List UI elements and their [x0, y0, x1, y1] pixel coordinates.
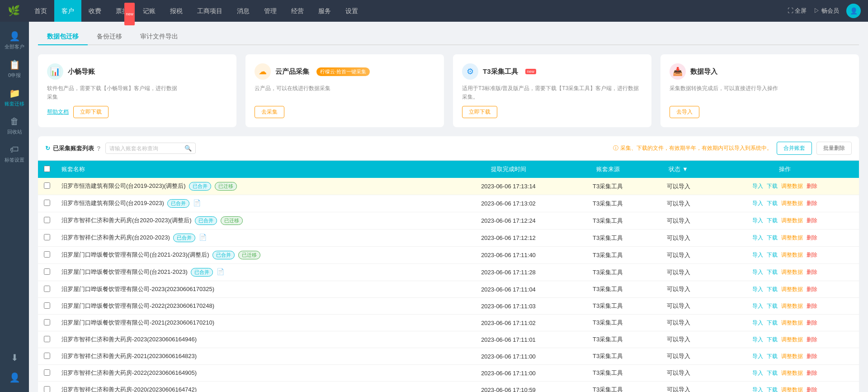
file-icon[interactable]: 📄: [193, 199, 201, 206]
row-checkbox[interactable]: [44, 336, 50, 342]
file-icon[interactable]: 📄: [199, 234, 207, 241]
sidebar-item-all-customers[interactable]: 👤 全部客户: [0, 26, 29, 55]
user-avatar[interactable]: 👤: [846, 4, 861, 18]
nav-bookkeeping[interactable]: 记账: [136, 0, 163, 22]
select-all-checkbox[interactable]: [44, 166, 50, 172]
action-下载[interactable]: 下载: [767, 320, 778, 326]
card-t3-download-btn[interactable]: 立即下载: [462, 106, 497, 118]
nav-customer[interactable]: 客户: [54, 0, 81, 22]
action-删除[interactable]: 删除: [807, 370, 817, 376]
batch-delete-btn[interactable]: 批量删除: [816, 142, 852, 155]
nav-operation[interactable]: 经营: [284, 0, 311, 22]
action-下载[interactable]: 下载: [767, 303, 778, 309]
card-xiaochang-help-link[interactable]: 帮助文档: [47, 108, 69, 116]
action-调整数据[interactable]: 调整数据: [781, 370, 803, 376]
action-导入[interactable]: 导入: [752, 269, 763, 275]
row-checkbox[interactable]: [44, 319, 50, 325]
nav-manage[interactable]: 管理: [257, 0, 284, 22]
action-下载[interactable]: 下载: [767, 286, 778, 292]
nav-home[interactable]: 首页: [27, 0, 54, 22]
action-导入[interactable]: 导入: [752, 387, 763, 392]
action-删除[interactable]: 删除: [807, 200, 817, 206]
action-调整数据[interactable]: 调整数据: [781, 387, 803, 392]
action-删除[interactable]: 删除: [807, 183, 817, 189]
merge-accounts-btn[interactable]: 合并账套: [777, 142, 812, 155]
nav-message[interactable]: 消息: [230, 0, 257, 22]
action-调整数据[interactable]: 调整数据: [781, 217, 803, 224]
row-checkbox[interactable]: [44, 268, 50, 275]
action-调整数据[interactable]: 调整数据: [781, 234, 803, 241]
action-调整数据[interactable]: 调整数据: [781, 286, 803, 292]
sidebar-item-download[interactable]: ⬇: [0, 348, 29, 368]
vip-btn[interactable]: ▷ 畅会员: [814, 7, 839, 15]
action-删除[interactable]: 删除: [807, 234, 817, 241]
sidebar-item-user[interactable]: 👤: [0, 368, 29, 387]
action-调整数据[interactable]: 调整数据: [781, 269, 803, 275]
row-checkbox[interactable]: [44, 302, 50, 309]
action-删除[interactable]: 删除: [807, 387, 817, 392]
card-xiaochang-download-btn[interactable]: 立即下载: [73, 106, 108, 118]
action-导入[interactable]: 导入: [752, 353, 763, 359]
row-checkbox[interactable]: [44, 369, 50, 376]
action-下载[interactable]: 下载: [767, 200, 778, 206]
row-checkbox[interactable]: [44, 200, 50, 206]
action-导入[interactable]: 导入: [752, 370, 763, 376]
nav-business[interactable]: 工商项目: [190, 0, 230, 22]
nav-invoice[interactable]: 票据new: [108, 0, 136, 22]
action-下载[interactable]: 下载: [767, 217, 778, 224]
action-删除[interactable]: 删除: [807, 320, 817, 326]
action-调整数据[interactable]: 调整数据: [781, 252, 803, 258]
card-import-go-btn[interactable]: 去导入: [670, 106, 699, 118]
action-下载[interactable]: 下载: [767, 234, 778, 241]
tab-data-package[interactable]: 数据包迁移: [38, 29, 88, 45]
row-checkbox[interactable]: [44, 234, 50, 240]
sidebar-item-tag-settings[interactable]: 🏷 标签设置: [0, 140, 29, 168]
action-导入[interactable]: 导入: [752, 286, 763, 292]
fullscreen-btn[interactable]: ⛶ 全屏: [788, 7, 807, 15]
action-调整数据[interactable]: 调整数据: [781, 200, 803, 206]
nav-settings[interactable]: 设置: [338, 0, 365, 22]
action-删除[interactable]: 删除: [807, 353, 817, 359]
action-调整数据[interactable]: 调整数据: [781, 303, 803, 309]
action-下载[interactable]: 下载: [767, 370, 778, 376]
sidebar-item-account-migrate[interactable]: 📁 账套迁移: [0, 83, 29, 112]
action-下载[interactable]: 下载: [767, 336, 778, 343]
action-删除[interactable]: 删除: [807, 336, 817, 343]
action-下载[interactable]: 下载: [767, 353, 778, 359]
row-checkbox[interactable]: [44, 182, 50, 189]
nav-tax[interactable]: 报税: [163, 0, 190, 22]
action-导入[interactable]: 导入: [752, 303, 763, 309]
app-logo[interactable]: 🌿: [0, 0, 27, 22]
action-删除[interactable]: 删除: [807, 217, 817, 224]
sidebar-item-recycle[interactable]: 🗑 回收站: [0, 112, 29, 140]
action-导入[interactable]: 导入: [752, 217, 763, 224]
sidebar-item-zero-report[interactable]: 📋 0申报: [0, 55, 29, 83]
action-导入[interactable]: 导入: [752, 200, 763, 206]
action-导入[interactable]: 导入: [752, 320, 763, 326]
row-checkbox[interactable]: [44, 353, 50, 359]
action-调整数据[interactable]: 调整数据: [781, 183, 803, 189]
action-下载[interactable]: 下载: [767, 252, 778, 258]
action-删除[interactable]: 删除: [807, 286, 817, 292]
help-icon[interactable]: ?: [97, 145, 101, 152]
action-导入[interactable]: 导入: [752, 234, 763, 241]
action-调整数据[interactable]: 调整数据: [781, 353, 803, 359]
action-调整数据[interactable]: 调整数据: [781, 320, 803, 326]
action-删除[interactable]: 删除: [807, 269, 817, 275]
row-checkbox[interactable]: [44, 386, 50, 392]
action-导入[interactable]: 导入: [752, 336, 763, 343]
refresh-icon[interactable]: ↻: [45, 145, 50, 152]
tab-audit-export[interactable]: 审计文件导出: [131, 29, 187, 45]
nav-service[interactable]: 服务: [311, 0, 338, 22]
action-删除[interactable]: 删除: [807, 252, 817, 258]
action-删除[interactable]: 删除: [807, 303, 817, 309]
card-cloud-collect-btn[interactable]: 去采集: [255, 106, 284, 118]
action-调整数据[interactable]: 调整数据: [781, 336, 803, 343]
action-下载[interactable]: 下载: [767, 387, 778, 392]
action-导入[interactable]: 导入: [752, 183, 763, 189]
action-下载[interactable]: 下载: [767, 269, 778, 275]
row-checkbox[interactable]: [44, 251, 50, 258]
tab-backup-migrate[interactable]: 备份迁移: [88, 29, 131, 45]
col-status[interactable]: 状态 ▼: [646, 161, 711, 178]
search-icon[interactable]: 🔍: [184, 145, 192, 152]
